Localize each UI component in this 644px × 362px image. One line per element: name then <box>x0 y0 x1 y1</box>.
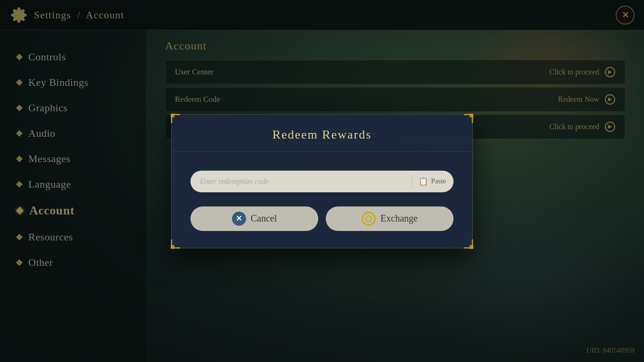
corner-decoration-tl <box>171 114 181 124</box>
cancel-label: Cancel <box>251 213 277 224</box>
modal-header: Redeem Rewards <box>172 115 472 152</box>
corner-decoration-tr <box>463 114 473 124</box>
cancel-icon: ✕ <box>232 212 246 226</box>
svg-rect-2 <box>171 245 174 249</box>
modal-title: Redeem Rewards <box>186 128 458 142</box>
redemption-code-input[interactable] <box>200 177 407 186</box>
modal-overlay: Redeem Rewards 📋 Paste ✕ Cancel Exchange <box>0 0 644 362</box>
svg-rect-3 <box>470 245 473 249</box>
paste-button[interactable]: 📋 Paste <box>417 177 454 186</box>
input-divider <box>412 175 412 188</box>
paste-label: Paste <box>431 177 446 185</box>
modal-body: 📋 Paste <box>172 152 472 206</box>
modal-footer: ✕ Cancel Exchange <box>172 206 472 248</box>
exchange-button[interactable]: Exchange <box>326 206 454 231</box>
paste-icon: 📋 <box>419 177 428 186</box>
svg-rect-1 <box>470 114 473 117</box>
cancel-button[interactable]: ✕ Cancel <box>190 206 318 231</box>
exchange-icon <box>362 212 376 226</box>
corner-decoration-bl <box>171 239 181 249</box>
redeem-modal: Redeem Rewards 📋 Paste ✕ Cancel Exchange <box>171 114 473 248</box>
exchange-label: Exchange <box>380 213 418 224</box>
svg-rect-0 <box>171 114 174 117</box>
redemption-input-row: 📋 Paste <box>190 171 454 192</box>
corner-decoration-br <box>463 239 473 249</box>
